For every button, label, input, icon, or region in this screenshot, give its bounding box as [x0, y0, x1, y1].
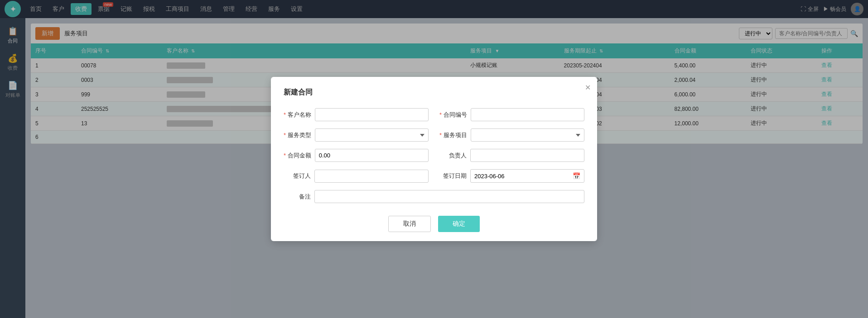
form-row-signer: 签订人 — [284, 169, 429, 183]
remarks-label: 备注 — [284, 193, 311, 201]
content-area: 新增 服务项目 进行中 已完成 已终止 🔍 序号 合同编 — [25, 18, 868, 318]
form-row-service-type: 服务类型 — [284, 128, 429, 142]
service-item-label: 服务项目 — [439, 131, 467, 139]
signer-input[interactable] — [314, 170, 429, 183]
responsible-label: 负责人 — [439, 152, 467, 160]
sign-date-label: 签订日期 — [439, 172, 467, 180]
form-grid: 客户名称 合同编号 服务类型 服务项目 — [284, 108, 584, 203]
customer-name-input[interactable] — [315, 108, 429, 121]
main-layout: 📋 合同 💰 收费 📄 对账单 新增 服务项目 进行中 已完成 已终止 — [0, 18, 868, 318]
modal-overlay: 新建合同 ✕ 客户名称 合同编号 服务类型 — [25, 18, 868, 318]
service-type-select[interactable] — [315, 128, 429, 142]
customer-name-label: 客户名称 — [284, 111, 311, 119]
modal-footer: 取消 确定 — [284, 216, 584, 232]
modal-title: 新建合同 — [284, 88, 584, 97]
contract-no-input[interactable] — [471, 108, 584, 121]
sign-date-input[interactable] — [474, 173, 573, 180]
form-row-sign-date: 签订日期 📅 — [439, 169, 584, 183]
form-row-remarks: 备注 — [284, 190, 584, 203]
form-row-customer: 客户名称 — [284, 108, 429, 121]
service-item-select[interactable] — [471, 128, 584, 142]
sign-date-wrap[interactable]: 📅 — [470, 169, 584, 183]
form-row-amount: 合同金额 — [284, 149, 429, 162]
service-type-label: 服务类型 — [284, 131, 311, 139]
new-contract-modal: 新建合同 ✕ 客户名称 合同编号 服务类型 — [271, 77, 597, 241]
cancel-button[interactable]: 取消 — [388, 216, 431, 232]
amount-label: 合同金额 — [284, 152, 311, 160]
remarks-input[interactable] — [314, 190, 584, 203]
form-row-responsible: 负责人 — [439, 149, 584, 162]
responsible-input[interactable] — [470, 149, 584, 162]
form-row-contract-no: 合同编号 — [439, 108, 584, 121]
calendar-icon[interactable]: 📅 — [573, 172, 580, 180]
confirm-button[interactable]: 确定 — [438, 216, 480, 232]
signer-label: 签订人 — [284, 172, 311, 180]
modal-close-button[interactable]: ✕ — [585, 83, 591, 92]
form-row-service-item: 服务项目 — [439, 128, 584, 142]
amount-input[interactable] — [315, 149, 429, 162]
contract-no-label: 合同编号 — [439, 111, 467, 119]
